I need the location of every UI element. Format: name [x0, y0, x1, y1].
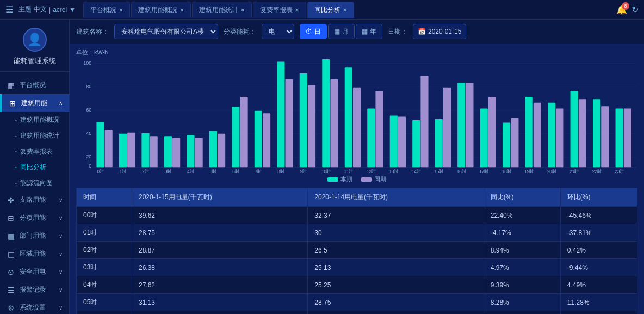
table-header-row: 时间 2020-1-15用电量(千瓦时) 2020-1-14用电量(千瓦时) 同…: [77, 188, 637, 207]
safety-label: 安全用电: [20, 267, 46, 276]
table-cell-0-4: -45.46%: [560, 207, 637, 224]
notification-button[interactable]: 🔔 8: [616, 4, 627, 15]
table-cell-4-0: 04时: [77, 276, 132, 294]
svg-rect-51: [534, 103, 541, 167]
close-tab-building-stats[interactable]: ✕: [240, 7, 245, 13]
svg-rect-42: [435, 119, 443, 167]
table-row: 01时28.7530-4.17%-37.81%: [77, 224, 637, 242]
svg-rect-53: [556, 109, 564, 168]
platform-label: 平台概况: [20, 81, 46, 90]
svg-text:21时: 21时: [569, 169, 579, 173]
tab-platform-overview[interactable]: 平台概况 ✕: [83, 2, 130, 18]
table-row: 04时27.6225.259.39%4.49%: [77, 276, 637, 294]
year-label: 年: [370, 27, 376, 36]
lang-label: 中文: [34, 5, 47, 14]
sidebar-item-dept[interactable]: ▤ 部门用能 ∨: [0, 227, 69, 245]
svg-rect-16: [141, 133, 149, 167]
bar-chart: 100 80 60 40 20 0: [76, 59, 637, 173]
svg-rect-30: [300, 73, 307, 167]
svg-text:20: 20: [86, 153, 91, 159]
submenu-building-overview[interactable]: 建筑用能概况: [0, 112, 69, 128]
col-current: 2020-1-15用电量(千瓦时): [132, 188, 307, 207]
table-cell-1-1: 28.75: [132, 224, 307, 242]
svg-rect-43: [443, 88, 451, 167]
svg-text:12时: 12时: [367, 169, 376, 173]
building-filter-label: 建筑名称：: [76, 27, 109, 36]
svg-text:20时: 20时: [547, 169, 556, 173]
tab-building-stats[interactable]: 建筑用能统计 ✕: [192, 2, 252, 18]
tab-building-overview[interactable]: 建筑用能概况 ✕: [131, 2, 191, 18]
region-label: 区域用能: [20, 249, 46, 258]
sidebar-item-safety[interactable]: ⊙ 安全用电 ∨: [0, 263, 69, 281]
sidebar-item-branch[interactable]: ✤ 支路用能 ∨: [0, 191, 69, 209]
year-grid-icon: ▦: [362, 28, 368, 35]
sidebar-menu: ▦ 平台概况 ⊞ 建筑用能 ∧ 建筑用能概况 建筑用能统计 复费率报表 同比分析…: [0, 72, 69, 314]
svg-rect-18: [164, 136, 172, 167]
svg-rect-45: [466, 83, 473, 167]
sidebar-item-building[interactable]: ⊞ 建筑用能 ∧: [0, 94, 69, 112]
day-button[interactable]: ⏱ 日: [300, 24, 327, 39]
submenu-comparison[interactable]: 同比分析: [0, 159, 69, 175]
table-cell-1-3: -4.17%: [484, 224, 560, 242]
svg-rect-46: [480, 109, 488, 168]
tab-comparison[interactable]: 同比分析 ✕: [307, 2, 354, 18]
chart-legend: 本期 同期: [76, 175, 637, 183]
platform-icon: ▦: [7, 81, 15, 90]
alarm-arrow: ∨: [59, 287, 63, 293]
sidebar-item-region[interactable]: ◫ 区域用能 ∨: [0, 245, 69, 263]
close-tab-building-overview[interactable]: ✕: [179, 7, 184, 13]
date-value: 2020-01-15: [428, 28, 461, 35]
svg-text:9时: 9时: [300, 169, 307, 173]
table-area: 时间 2020-1-15用电量(千瓦时) 2020-1-14用电量(千瓦时) 同…: [70, 188, 644, 314]
svg-text:0时: 0时: [97, 169, 103, 173]
legend-prev-label: 同期: [374, 175, 386, 183]
tab-rate-report[interactable]: 复费率报表 ✕: [253, 2, 306, 18]
svg-rect-39: [398, 117, 406, 168]
table-cell-6-2: 60: [308, 311, 484, 315]
svg-rect-22: [209, 131, 217, 167]
svg-rect-17: [150, 136, 158, 167]
svg-rect-32: [322, 59, 330, 167]
close-tab-rate-report[interactable]: ✕: [295, 7, 299, 13]
svg-rect-34: [345, 67, 352, 167]
hamburger-menu[interactable]: ☰: [5, 4, 13, 15]
svg-rect-48: [503, 122, 510, 167]
refresh-button[interactable]: ↻: [631, 4, 639, 15]
svg-rect-15: [127, 133, 135, 168]
sidebar-item-platform[interactable]: ▦ 平台概况: [0, 76, 69, 94]
submenu-building-stats[interactable]: 建筑用能统计: [0, 128, 69, 144]
main-content: 建筑名称： 安科瑞电气股份有限公司A楼 分类能耗： 电 ⏱ 日 ▦ 月 ▦ 年 …: [70, 20, 644, 314]
table-cell-3-1: 26.38: [132, 259, 307, 276]
svg-rect-13: [105, 130, 113, 167]
submenu-energy-flow[interactable]: 能源流向图: [0, 175, 69, 191]
svg-text:5时: 5时: [210, 169, 216, 173]
building-select[interactable]: 安科瑞电气股份有限公司A楼: [114, 24, 218, 39]
close-tab-comparison[interactable]: ✕: [343, 7, 347, 13]
svg-rect-26: [255, 111, 262, 167]
table-cell-0-1: 39.62: [132, 207, 307, 224]
svg-text:1时: 1时: [120, 169, 126, 173]
svg-rect-14: [119, 134, 127, 167]
branch-arrow: ∨: [59, 197, 63, 203]
year-button[interactable]: ▦ 年: [356, 24, 382, 39]
category-label: 分项用能: [20, 213, 46, 223]
table-cell-0-0: 00时: [77, 207, 132, 224]
sidebar-item-alarm[interactable]: ☰ 报警记录 ∨: [0, 281, 69, 299]
date-filter-label: 日期：: [388, 27, 407, 36]
category-select[interactable]: 电: [262, 24, 294, 39]
svg-text:7时: 7时: [255, 169, 262, 173]
legend-current-color: [327, 177, 338, 182]
month-button[interactable]: ▦ 月: [328, 24, 355, 39]
table-cell-6-0: 06时: [77, 311, 132, 315]
user-dropdown[interactable]: ▼: [69, 6, 76, 14]
col-prev: 2020-1-14用电量(千瓦时): [308, 188, 484, 207]
avatar: 👤: [23, 28, 47, 52]
close-tab-platform[interactable]: ✕: [119, 7, 123, 13]
sidebar-item-settings[interactable]: ⚙ 系统设置 ∨: [0, 299, 69, 314]
sidebar-item-category[interactable]: ⊟ 分项用能 ∨: [0, 209, 69, 227]
submenu-rate-report[interactable]: 复费率报表: [0, 144, 69, 159]
date-picker[interactable]: 📅 2020-01-15: [413, 24, 466, 39]
alarm-icon: ☰: [7, 286, 15, 294]
top-nav: ☰ 主题 中文 | acrel ▼ 平台概况 ✕ 建筑用能概况 ✕ 建筑用能统计…: [0, 0, 644, 20]
svg-text:6时: 6时: [232, 169, 239, 173]
